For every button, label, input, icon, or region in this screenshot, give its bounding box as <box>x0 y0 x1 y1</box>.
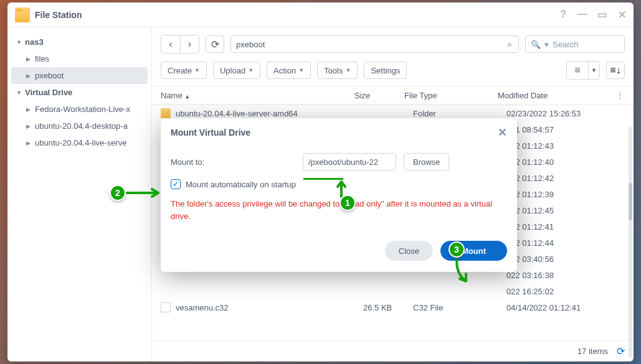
warning-text: The folder's access privilege will be ch… <box>171 198 507 222</box>
toolbar-primary: ‹ › ⟳ pxeboot ★ 🔍 ▾ Search <box>152 27 634 57</box>
tools-button[interactable]: Tools▼ <box>317 62 358 79</box>
item-count: 17 items <box>577 347 608 356</box>
create-button[interactable]: Create▼ <box>161 62 207 79</box>
minimize-icon[interactable]: — <box>577 9 586 21</box>
toolbar-actions: Create▼ Upload▼ Action▼ Tools▼ Settings … <box>152 57 634 86</box>
file-date: 022 01:12:44 <box>506 238 625 248</box>
file-type: Folder <box>413 109 506 118</box>
caret-down-icon: ▼ <box>16 90 22 96</box>
file-date: 021 08:54:57 <box>506 125 625 134</box>
file-date: 022 03:40:56 <box>506 254 625 264</box>
file-name: ubuntu-20.04.4-live-server-amd64 <box>176 109 298 118</box>
annotation-badge-3: 3 <box>449 241 465 258</box>
file-date: 022 01:12:42 <box>506 174 625 183</box>
close-button[interactable]: Close <box>385 241 433 261</box>
close-window-icon[interactable]: ✕ <box>618 9 626 21</box>
col-more-icon[interactable]: ⋮ <box>616 91 625 100</box>
browse-button[interactable]: Browse <box>404 153 449 170</box>
favorite-star-icon[interactable]: ★ <box>506 40 513 49</box>
app-icon <box>15 7 30 22</box>
refresh-button[interactable]: ⟳ <box>206 35 224 53</box>
search-icon: 🔍 <box>531 40 541 49</box>
modal-header: Mount Virtual Drive ✕ <box>161 118 517 147</box>
sidebar-item-ubuntu-desktop[interactable]: ▶ubuntu-20.04.4-desktop-a <box>11 118 148 134</box>
back-button[interactable]: ‹ <box>161 35 180 53</box>
caret-right-icon: ▶ <box>26 56 32 62</box>
file-name: vesamenu.c32 <box>176 303 229 312</box>
file-date: 022 03:16:38 <box>506 271 625 280</box>
annotation-badge-1: 1 <box>339 195 356 211</box>
file-date: 02/23/2022 15:26:53 <box>506 109 625 118</box>
scrollbar[interactable] <box>629 127 632 357</box>
folder-icon <box>161 108 171 118</box>
settings-button[interactable]: Settings <box>364 62 407 79</box>
breadcrumb-path: pxeboot <box>236 40 265 49</box>
caret-down-icon: ▼ <box>16 39 22 45</box>
view-toggle: ≡ ▼ <box>566 61 600 80</box>
modal-close-icon[interactable]: ✕ <box>498 126 507 139</box>
sidebar-item-fedora[interactable]: ▶Fedora-Workstation-Live-x <box>11 101 148 118</box>
file-date: 022 01:12:45 <box>506 206 625 215</box>
caret-right-icon: ▶ <box>26 106 32 113</box>
status-bar: 17 items ⟳ <box>152 340 634 362</box>
table-row[interactable]: vesamenu.c32 26.5 KB C32 File 04/14/2022… <box>152 299 634 315</box>
col-header-type[interactable]: File Type <box>404 91 498 100</box>
auto-mount-label: Mount automatically on startup <box>186 180 296 189</box>
annotation-badge-2: 2 <box>110 185 126 201</box>
file-date: 022 16:25:02 <box>506 287 625 296</box>
breadcrumb[interactable]: pxeboot ★ <box>230 35 519 53</box>
modal-title: Mount Virtual Drive <box>171 128 250 138</box>
file-size: 26.5 KB <box>363 303 413 312</box>
table-row[interactable]: 022 16:25:02 <box>152 283 634 299</box>
search-input[interactable]: 🔍 ▾ Search <box>525 35 625 53</box>
file-date: 022 01:12:41 <box>506 222 625 231</box>
reload-button[interactable]: ⟳ <box>617 345 625 357</box>
col-header-name[interactable]: Name ▲ <box>161 91 354 100</box>
mount-to-input[interactable] <box>303 153 396 170</box>
annotation-arrow-3 <box>449 254 473 286</box>
file-type: C32 File <box>413 303 506 312</box>
caret-right-icon: ▶ <box>26 123 32 129</box>
tree-root-nas3[interactable]: ▼nas3 <box>11 34 148 50</box>
caret-right-icon: ▶ <box>26 73 32 79</box>
mount-to-label: Mount to: <box>171 157 295 167</box>
help-icon[interactable]: ? <box>560 9 566 21</box>
file-date: 022 01:12:43 <box>506 141 625 151</box>
file-date: 022 01:12:39 <box>506 190 625 199</box>
file-date: 022 01:12:40 <box>506 157 625 167</box>
sidebar-item-pxeboot[interactable]: ▶pxeboot <box>11 67 148 84</box>
search-placeholder: Search <box>553 40 578 49</box>
view-dropdown[interactable]: ▼ <box>588 62 599 79</box>
sidebar-item-ubuntu-server[interactable]: ▶ubuntu-20.04.4-live-serve <box>11 134 148 151</box>
caret-right-icon: ▶ <box>26 140 32 146</box>
list-view-button[interactable]: ≡ <box>567 62 588 79</box>
sort-button[interactable]: ≡↓ <box>606 62 625 79</box>
titlebar: File Station ? — ▭ ✕ <box>7 2 634 27</box>
app-title: File Station <box>35 10 82 20</box>
scrollbar-thumb[interactable] <box>629 183 632 220</box>
col-header-size[interactable]: Size <box>354 91 404 100</box>
upload-button[interactable]: Upload▼ <box>213 62 260 79</box>
annotation-arrow-2 <box>125 187 163 199</box>
file-icon <box>161 302 171 312</box>
tree-root-virtual-drive[interactable]: ▼Virtual Drive <box>11 84 148 101</box>
col-header-date[interactable]: Modified Date <box>498 91 616 100</box>
nav-back-forward: ‹ › <box>161 35 199 54</box>
action-button[interactable]: Action▼ <box>267 62 311 79</box>
maximize-icon[interactable]: ▭ <box>597 9 607 21</box>
auto-mount-checkbox[interactable]: ✓ <box>171 179 181 189</box>
file-date: 04/14/2022 01:12:41 <box>506 303 625 312</box>
forward-button[interactable]: › <box>180 35 199 53</box>
sidebar-item-files[interactable]: ▶files <box>11 50 148 67</box>
table-header: Name ▲ Size File Type Modified Date ⋮ <box>152 86 634 105</box>
